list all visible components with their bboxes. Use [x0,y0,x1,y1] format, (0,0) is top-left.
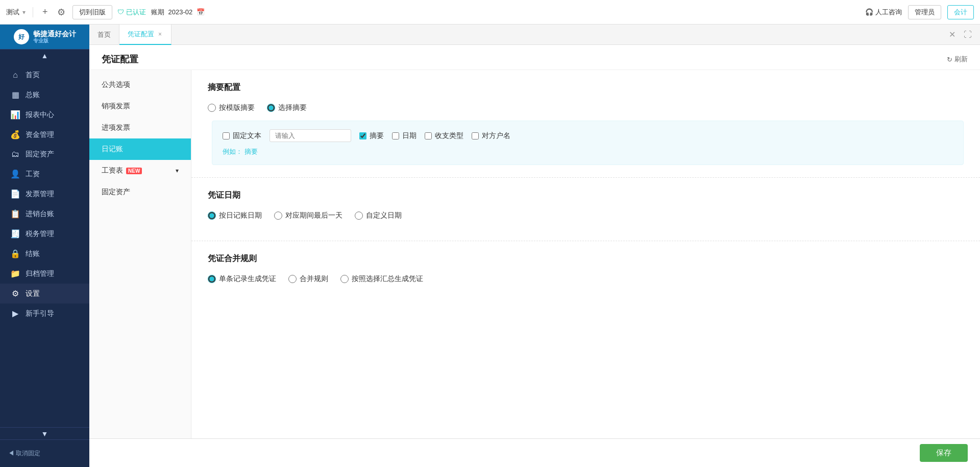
date-radio-group: 按日记账日期 对应期间最后一天 自定义日期 [208,211,964,220]
summary-checkbox[interactable] [359,132,366,139]
company-selector[interactable]: 测试 ▾ [6,8,26,17]
custom-date-option[interactable]: 自定义日期 [355,211,402,220]
tab-voucher-config[interactable]: 凭证配置 × [119,25,172,45]
refresh-button[interactable]: ↻ 刷新 [947,55,968,64]
summary-checkbox-item[interactable]: 摘要 [359,131,384,141]
sidebar-item-label: 设置 [26,289,40,298]
sidebar-item-label: 税务管理 [26,229,54,239]
summary-title: 摘要配置 [208,82,964,93]
sidebar-logo: 好 畅捷通好会计 专业版 [0,25,89,49]
bottom-bar: 保存 [89,438,980,467]
period-last-radio[interactable] [274,212,282,220]
ledger-icon: ▦ [10,90,20,100]
page-content: 凭证配置 ↻ 刷新 公共选项 销项发票 进项发票 [89,45,980,467]
sidebar-item-fund[interactable]: 💰 资金管理 [0,125,89,145]
left-nav: 公共选项 销项发票 进项发票 日记账 工资表 NEW ▾ [89,70,191,438]
summary-select-option[interactable]: 选择摘要 [267,103,307,112]
page-title: 凭证配置 [102,53,138,65]
left-nav-item-purchase-invoice[interactable]: 进项发票 [89,117,191,138]
income-type-checkbox-item[interactable]: 收支类型 [425,131,463,141]
inner-layout: 公共选项 销项发票 进项发票 日记账 工资表 NEW ▾ [89,70,980,438]
sidebar-item-label: 资金管理 [26,130,54,139]
journal-date-option[interactable]: 按日记账日期 [208,211,262,220]
sidebar-item-label: 结账 [26,249,40,259]
summary-config-box: 固定文本 摘要 日期 [212,121,964,165]
calendar-icon[interactable]: 📅 [197,8,205,16]
fixed-text-checkbox-item[interactable]: 固定文本 [223,131,261,141]
single-record-radio[interactable] [208,275,216,283]
asset-icon: 🗂 [10,150,20,159]
sidebar: 好 畅捷通好会计 专业版 ▲ ⌂ 首页 ▦ 总账 📊 报表中心 💰 资金管理 [0,25,89,467]
tab-close-icon[interactable]: × [157,30,163,39]
left-nav-item-journal[interactable]: 日记账 [89,138,191,160]
fixed-text-checkbox[interactable] [223,132,230,139]
sidebar-item-home[interactable]: ⌂ 首页 [0,65,89,85]
sidebar-nav: ⌂ 首页 ▦ 总账 📊 报表中心 💰 资金管理 🗂 固定资产 👤 工资 [0,61,89,427]
period-display: 账期 2023-02 📅 [151,8,205,17]
sidebar-item-invoice[interactable]: 📄 发票管理 [0,184,89,204]
archive-icon: 📁 [10,269,20,278]
guide-icon: ▶ [10,309,20,318]
sidebar-scroll-down[interactable]: ▼ [0,427,89,439]
summary-template-option[interactable]: 按模版摘要 [208,103,255,112]
sidebar-item-asset[interactable]: 🗂 固定资产 [0,145,89,164]
sidebar-item-ledger[interactable]: ▦ 总账 [0,85,89,105]
merge-rule-option[interactable]: 合并规则 [288,274,328,284]
sidebar-item-label: 固定资产 [26,150,54,159]
custom-date-radio[interactable] [355,212,363,220]
sidebar-item-settings[interactable]: ⚙ 设置 [0,284,89,303]
left-nav-item-public[interactable]: 公共选项 [89,74,191,96]
sidebar-item-wage[interactable]: 👤 工资 [0,164,89,184]
support-btn[interactable]: 🎧 人工咨询 [865,8,902,17]
topbar-right: 🎧 人工咨询 管理员 会计 [865,5,974,19]
settings-icon-btn[interactable]: ⚙ [55,5,67,20]
single-record-option[interactable]: 单条记录生成凭证 [208,274,276,284]
counterpart-checkbox[interactable] [472,132,479,139]
fixed-text-input[interactable] [270,129,351,142]
right-content: 摘要配置 按模版摘要 选择摘要 [191,70,980,438]
left-nav-item-sales-invoice[interactable]: 销项发票 [89,96,191,117]
payroll-expand-icon: ▾ [176,167,179,174]
divider-1 [33,7,33,17]
left-nav-item-fixed-asset[interactable]: 固定资产 [89,181,191,203]
role-btn[interactable]: 会计 [947,5,974,19]
sidebar-scroll-up[interactable]: ▲ [0,49,89,61]
wage-icon: 👤 [10,169,20,179]
sidebar-item-close[interactable]: 🔒 结账 [0,244,89,264]
tab-home[interactable]: 首页 [89,25,119,45]
sidebar-item-guide[interactable]: ▶ 新手引导 [0,303,89,323]
tab-expand-icon[interactable]: ⛶ [962,28,974,41]
switch-old-version-btn[interactable]: 切到旧版 [72,5,112,19]
date-checkbox[interactable] [392,132,399,139]
income-type-checkbox[interactable] [425,132,432,139]
sidebar-item-label: 归档管理 [26,269,54,278]
shield-icon: 🛡 [117,8,124,16]
tab-close-window-icon[interactable]: ✕ [947,28,958,41]
date-checkbox-item[interactable]: 日期 [392,131,416,141]
logo-icon: 好 [14,29,29,44]
summary-example: 例如： 摘要 [223,147,953,156]
summary-generate-option[interactable]: 按照选择汇总生成凭证 [340,274,423,284]
sidebar-item-archive[interactable]: 📁 归档管理 [0,264,89,284]
sidebar-item-label: 进销台账 [26,209,54,219]
date-title: 凭证日期 [208,190,964,201]
save-button[interactable]: 保存 [920,444,968,462]
summary-fields-row: 固定文本 摘要 日期 [223,129,953,142]
counterpart-checkbox-item[interactable]: 对方户名 [472,131,510,141]
summary-template-radio[interactable] [208,104,216,112]
add-button[interactable]: + [40,5,50,19]
sidebar-item-report[interactable]: 📊 报表中心 [0,105,89,125]
tab-bar: 首页 凭证配置 × ✕ ⛶ [89,25,980,45]
left-nav-item-payroll[interactable]: 工资表 NEW ▾ [89,160,191,181]
summary-generate-radio[interactable] [340,275,349,283]
sidebar-item-tax[interactable]: 🧾 税务管理 [0,224,89,244]
merge-title: 凭证合并规则 [208,253,964,264]
period-last-option[interactable]: 对应期间最后一天 [274,211,342,220]
user-btn[interactable]: 管理员 [908,5,941,19]
summary-select-radio[interactable] [267,104,275,112]
main-layout: 好 畅捷通好会计 专业版 ▲ ⌂ 首页 ▦ 总账 📊 报表中心 💰 资金管理 [0,25,980,467]
unpin-btn[interactable]: ◀ 取消固定 [0,445,89,462]
journal-date-radio[interactable] [208,212,216,220]
merge-rule-radio[interactable] [288,275,297,283]
sidebar-item-sales[interactable]: 📋 进销台账 [0,204,89,224]
